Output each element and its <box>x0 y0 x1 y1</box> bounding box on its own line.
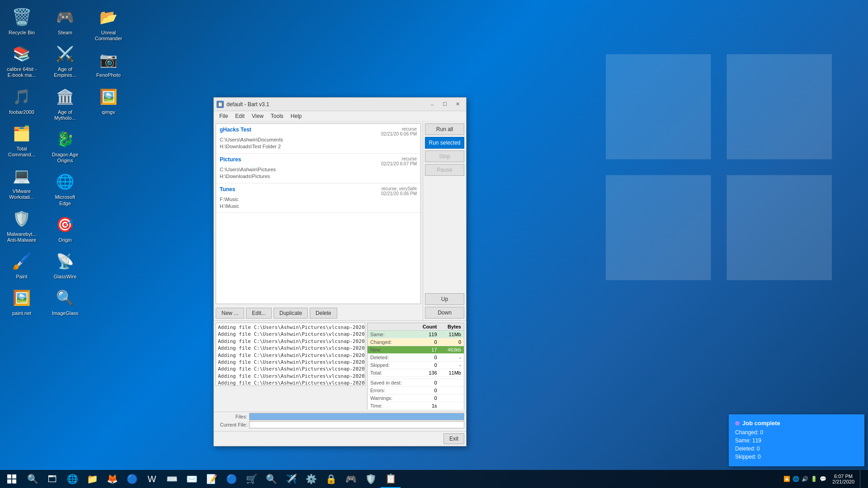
down-button[interactable]: Down <box>425 307 464 319</box>
taskbar-telegram[interactable]: ✈️ <box>281 470 301 488</box>
svg-rect-2 <box>606 175 711 281</box>
recycle-bin-label: Recycle Bin <box>9 30 35 36</box>
profile-item-tunes[interactable]: Tunes recurse, verySafe 02/21/20 6:06 PM… <box>216 183 420 213</box>
desktop-icon-imageglass[interactable]: 🔍 ImageGlass <box>48 285 82 318</box>
desktop-icon-total-commander[interactable]: 🗂️ Total Command... <box>5 121 39 160</box>
duplicate-button[interactable]: Duplicate <box>274 308 308 319</box>
stats-same-label: Same: <box>368 331 415 338</box>
tray-chevron[interactable]: 🔼 <box>783 470 791 488</box>
calibre-icon: 📚 <box>11 43 33 65</box>
profile-ghacks-header: gHacks Test recurse 02/21/20 6:06 PM <box>220 127 417 136</box>
taskbar-cmd[interactable]: ⌨️ <box>162 470 182 488</box>
desktop-icon-qimgv[interactable]: 🖼️ qimgv <box>91 84 126 117</box>
tray-battery[interactable]: 🔋 <box>810 470 818 488</box>
desktop-icon-paintnet[interactable]: 🖼️ paint.net <box>5 285 39 318</box>
taskbar-word[interactable]: W <box>142 470 162 488</box>
taskbar-app3[interactable]: 🛡️ <box>361 470 381 488</box>
stats-saved-count: 0 <box>415 379 440 387</box>
stats-row-total: Total: 136 11Mb <box>368 369 464 377</box>
stats-same-count: 119 <box>415 331 440 338</box>
taskbar-pinned-icons: 🔍 🗔 🌐 📁 🦊 🔵 W ⌨️ ✉️ 📝 🔵 🛒 🔍 ✈️ ⚙️ 🔒 🎮 🛡️… <box>23 470 401 488</box>
main-content: gHacks Test recurse 02/21/20 6:06 PM C:\… <box>214 122 466 320</box>
notification-toast[interactable]: Job complete Changed: 0 Same: 119 Delete… <box>729 414 864 466</box>
delete-button[interactable]: Delete <box>310 308 337 319</box>
desktop-icon-age-of-empires[interactable]: ⚔️ Age of Empires... <box>48 41 82 80</box>
taskbar-firefox[interactable]: 🦊 <box>102 470 122 488</box>
taskbar-bart[interactable]: 📋 <box>381 470 401 488</box>
taskbar-chrome[interactable]: 🔵 <box>222 470 241 488</box>
show-desktop[interactable] <box>860 470 863 488</box>
desktop-icon-edge[interactable]: 🌐 Microsoft Edge <box>48 169 82 208</box>
menu-edit[interactable]: Edit <box>231 112 248 120</box>
desktop-icon-malwarebytes[interactable]: 🛡️ Malwarebyt... Anti-Malware <box>5 206 39 245</box>
minimize-button[interactable]: – <box>426 100 438 109</box>
taskbar-app2[interactable]: 🎮 <box>341 470 361 488</box>
taskbar-explorer[interactable]: 📁 <box>82 470 102 488</box>
taskbar-search[interactable]: 🔍 <box>23 470 42 488</box>
stats-col-count: Count <box>415 323 440 331</box>
stats-col-bytes: Bytes <box>440 323 464 331</box>
desktop-icon-dragon-age[interactable]: 🐉 Dragon Age Origins <box>48 127 82 165</box>
tray-network[interactable]: 🌐 <box>792 470 800 488</box>
desktop-icon-calibre[interactable]: 📚 calibre 64bit - E-book ma... <box>5 41 39 80</box>
run-all-button[interactable]: Run all <box>425 123 464 135</box>
desktop-icon-recycle-bin[interactable]: 🗑️ Recycle Bin <box>5 5 39 38</box>
taskbar-store[interactable]: 🛒 <box>241 470 261 488</box>
up-button[interactable]: Up <box>425 293 464 305</box>
stats-row-deleted: Deleted: 0 - <box>368 354 464 361</box>
current-file-row: Current File: <box>216 421 464 428</box>
exit-row: Exit <box>214 431 466 446</box>
taskbar-ie[interactable]: 🔵 <box>122 470 142 488</box>
desktop-icon-paint[interactable]: 🖌️ Paint <box>5 249 39 282</box>
menu-help[interactable]: Help <box>287 112 306 120</box>
exit-button[interactable]: Exit <box>443 433 464 444</box>
stats-errors-label: Errors: <box>368 387 415 394</box>
desktop-icon-vmware[interactable]: 💻 VMware Workstati... <box>5 163 39 202</box>
run-selected-button[interactable]: Run selected <box>425 137 464 149</box>
dragon-age-icon: 🐉 <box>54 128 76 150</box>
menu-file[interactable]: File <box>216 112 231 120</box>
malwarebytes-icon: 🛡️ <box>11 208 33 230</box>
tray-notification[interactable]: 💬 <box>819 470 827 488</box>
fenophoto-icon: 📷 <box>98 49 119 70</box>
desktop-icon-steam[interactable]: 🎮 Steam <box>48 5 82 38</box>
profile-item-ghacks[interactable]: gHacks Test recurse 02/21/20 6:06 PM C:\… <box>216 124 420 154</box>
stop-button[interactable]: Stop <box>425 150 464 162</box>
stats-row-saved: Saved in dest: 0 <box>368 379 464 387</box>
close-button[interactable]: ✕ <box>452 100 463 109</box>
log-panel[interactable]: Adding file C:\Users\Ashwin\Pictures\vlc… <box>216 323 365 386</box>
desktop-icon-origin[interactable]: 🎯 Origin <box>48 212 82 245</box>
log-line: Adding file C:\Users\Ashwin\Pictures\vlc… <box>218 345 363 352</box>
svg-rect-4 <box>7 474 11 479</box>
taskbar-edge[interactable]: 🌐 <box>62 470 82 488</box>
paintnet-icon: 🖼️ <box>11 287 33 309</box>
log-section: Adding file C:\Users\Ashwin\Pictures\vlc… <box>214 320 466 412</box>
start-button[interactable] <box>2 470 22 488</box>
log-line: Adding file C:\Users\Ashwin\Pictures\vlc… <box>218 331 363 338</box>
taskbar-search2[interactable]: 🔍 <box>261 470 281 488</box>
pause-button[interactable]: Pause <box>425 164 464 176</box>
desktop-icon-unreal[interactable]: 📂 Unreal Commander <box>91 5 126 43</box>
desktop-icon-foobar[interactable]: 🎵 foobar2000 <box>5 84 39 117</box>
desktop-icon-glasswire[interactable]: 📡 GlassWire <box>48 249 82 282</box>
desktop-icon-age-of-mythology[interactable]: 🏛️ Age of Mytholo... <box>48 84 82 123</box>
clock[interactable]: 6:07 PM 2/21/2020 <box>829 470 858 488</box>
taskbar-mail[interactable]: ✉️ <box>182 470 202 488</box>
edit-button[interactable]: Edit... <box>246 308 272 319</box>
menu-tools[interactable]: Tools <box>267 112 287 120</box>
glasswire-icon: 📡 <box>54 250 76 272</box>
profile-item-pictures[interactable]: Pictures recurse 02/21/20 6:07 PM C:\Use… <box>216 154 420 183</box>
files-progress-fill <box>250 413 464 420</box>
menu-view[interactable]: View <box>248 112 267 120</box>
stats-skipped-label: Skipped: <box>368 361 415 369</box>
tray-volume[interactable]: 🔊 <box>801 470 809 488</box>
maximize-button[interactable]: ☐ <box>439 100 451 109</box>
taskbar-app1[interactable]: 🔒 <box>321 470 341 488</box>
new-button[interactable]: New ... <box>216 308 244 319</box>
taskbar-notepad[interactable]: 📝 <box>202 470 222 488</box>
desktop-icon-fenophoto[interactable]: 📷 FenoPhoto <box>91 47 126 80</box>
desktop: 🗑️ Recycle Bin 📚 calibre 64bit - E-book … <box>0 0 868 488</box>
unreal-icon: 📂 <box>98 6 119 28</box>
taskbar-task-view[interactable]: 🗔 <box>42 470 62 488</box>
taskbar-settings[interactable]: ⚙️ <box>301 470 321 488</box>
